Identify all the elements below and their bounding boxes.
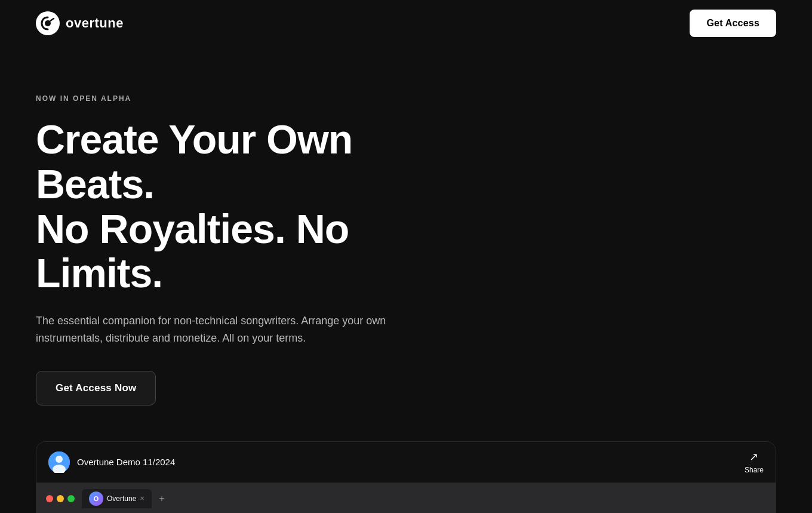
svg-point-3	[56, 456, 63, 463]
tab-close-icon: ✕	[140, 495, 144, 502]
minimize-dot	[57, 495, 64, 502]
demo-title: Overtune Demo 11/2024	[77, 457, 175, 467]
navbar: overtune Get Access	[0, 0, 812, 47]
alpha-badge: NOW IN OPEN ALPHA	[36, 94, 478, 103]
hero-subtitle: The essential companion for non-technica…	[36, 312, 406, 347]
hero-section: NOW IN OPEN ALPHA Create Your Own Beats.…	[0, 47, 513, 441]
tab-logo: O	[89, 492, 103, 506]
get-access-now-button[interactable]: Get Access Now	[36, 371, 156, 406]
share-icon: ↗	[749, 450, 758, 463]
logo: overtune	[36, 11, 124, 35]
demo-avatar	[48, 451, 70, 473]
share-label: Share	[745, 466, 764, 474]
get-access-button[interactable]: Get Access	[690, 10, 776, 37]
share-button[interactable]: ↗ Share	[745, 450, 764, 474]
demo-header-left: Overtune Demo 11/2024	[48, 451, 175, 473]
hero-title-line2: No Royalties. No Limits.	[36, 206, 349, 296]
browser-add-tab-icon: +	[159, 493, 164, 504]
browser-chrome: O Overtune ✕ +	[36, 483, 776, 513]
browser-dots	[46, 495, 75, 502]
logo-text: overtune	[66, 16, 124, 31]
hero-title: Create Your Own Beats. No Royalties. No …	[36, 117, 478, 296]
overtune-logo-icon	[36, 11, 60, 35]
browser-tab: O Overtune ✕	[82, 489, 152, 508]
hero-title-line1: Create Your Own Beats.	[36, 116, 352, 207]
close-dot	[46, 495, 53, 502]
demo-section: Overtune Demo 11/2024 ↗ Share O Overtune…	[36, 441, 776, 513]
maximize-dot	[67, 495, 75, 502]
app-mockup: O Overtune ✕ + O Studio Library ≡ ↩ ↪ Gr…	[36, 483, 776, 513]
demo-header: Overtune Demo 11/2024 ↗ Share	[36, 442, 776, 483]
tab-title: Overtune	[107, 494, 136, 503]
